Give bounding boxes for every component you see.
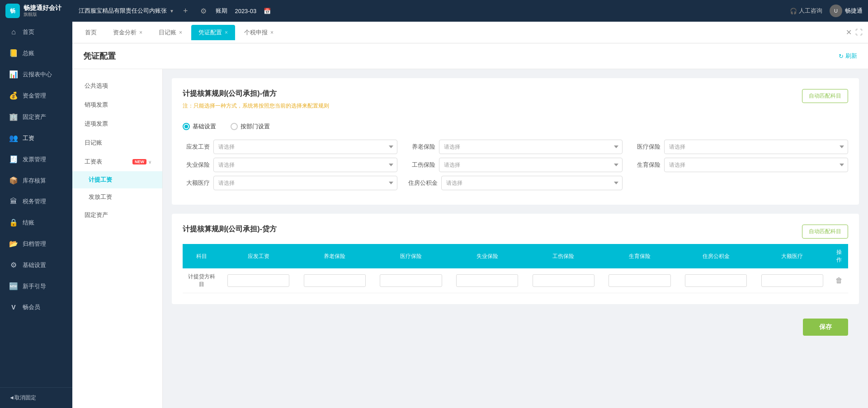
tab-fund-analysis-close[interactable]: × xyxy=(139,29,142,36)
nav-accrual-salary[interactable]: 计提工资 xyxy=(72,171,162,188)
delete-row-button[interactable]: 🗑 xyxy=(835,277,843,285)
tab-tax-report[interactable]: 个税申报 × xyxy=(237,25,281,40)
app-name: 畅捷通好会计 xyxy=(24,4,61,12)
sidebar-item-assets[interactable]: 🏢 固定资产 xyxy=(0,106,72,127)
input-credit-ylbx2[interactable] xyxy=(380,274,442,287)
debit-form-row1: 应发工资 请选择 养老保险 请选择 医疗保险 xyxy=(183,140,848,154)
radio-dept[interactable]: 按部门设置 xyxy=(231,122,270,131)
form-item-ylbx2: 医疗保险 请选择 xyxy=(633,140,848,154)
tab-journal-close[interactable]: × xyxy=(179,29,182,36)
th-sybx2: 生育保险 xyxy=(602,244,678,268)
company-name: 江西服宝精品有限责任公司内账张 xyxy=(79,7,167,15)
label-yfgz: 应发工资 xyxy=(183,143,210,151)
chevron-down-nav-icon: ∨ xyxy=(148,159,151,164)
cancel-fixed-label: ◄取消固定 xyxy=(9,394,36,402)
th-yfgz: 应发工资 xyxy=(220,244,297,268)
nav-journal[interactable]: 日记账 xyxy=(72,133,162,152)
input-credit-gsbx[interactable] xyxy=(533,274,594,287)
nav-pay-salary[interactable]: 发放工资 xyxy=(72,188,162,206)
ai-consult-button[interactable]: 🎧 人工咨询 xyxy=(790,7,822,15)
nav-sales-invoice[interactable]: 销项发票 xyxy=(72,95,162,114)
sidebar-label-assets: 固定资产 xyxy=(23,113,46,121)
app-edition: 旗舰版 xyxy=(24,11,61,18)
sidebar-label-tax: 税务管理 xyxy=(23,197,46,206)
select-deyl[interactable]: 请选择 xyxy=(213,176,397,190)
select-ylbx[interactable]: 请选择 xyxy=(439,140,623,154)
input-credit-yfgz[interactable] xyxy=(227,274,289,287)
reports-icon: 📊 xyxy=(9,70,18,79)
sidebar-label-guide: 新手引导 xyxy=(23,282,46,291)
sidebar-item-guide[interactable]: 🆕 新手引导 xyxy=(0,276,72,297)
debit-section-title: 计提核算规则(公司承担)-借方 xyxy=(183,89,802,98)
nav-salary-table[interactable]: 工资表 NEW ∨ xyxy=(72,152,162,171)
settings-icon[interactable]: ⚙ xyxy=(197,5,210,17)
nav-purchase-invoice[interactable]: 进项发票 xyxy=(72,114,162,133)
select-gsbx[interactable]: 请选择 xyxy=(439,158,623,172)
select-ylbx2[interactable]: 请选择 xyxy=(664,140,848,154)
tab-home[interactable]: 首页 xyxy=(78,25,104,40)
label-zfgjj: 住房公积金 xyxy=(408,179,438,187)
add-company-button[interactable]: + xyxy=(179,5,192,18)
close-all-icon[interactable]: ✕ xyxy=(846,28,852,37)
cell-ylbx xyxy=(297,268,373,293)
select-zfgjj[interactable]: 请选择 xyxy=(441,176,623,190)
form-item-sybx: 失业保险 请选择 xyxy=(183,158,397,172)
credit-auto-match-button[interactable]: 自动匹配科目 xyxy=(802,225,848,239)
sidebar-item-invoice[interactable]: 🧾 发票管理 xyxy=(0,149,72,170)
calendar-icon[interactable]: 📅 xyxy=(264,8,271,14)
sidebar-item-settings[interactable]: ⚙ 基础设置 xyxy=(0,254,72,276)
sidebar-item-ledger[interactable]: 📒 总账 xyxy=(0,42,72,64)
input-credit-sybx2[interactable] xyxy=(609,274,670,287)
form-item-yfgz: 应发工资 请选择 xyxy=(183,140,397,154)
th-gsbx: 工伤保险 xyxy=(525,244,602,268)
tab-voucher-config-close[interactable]: × xyxy=(225,29,228,36)
top-bar: 畅 畅捷通好会计 旗舰版 江西服宝精品有限责任公司内账张 ▼ + ⚙ 账期 20… xyxy=(0,0,868,22)
page-header: 凭证配置 ↻ 刷新 xyxy=(72,43,868,69)
select-sybx[interactable]: 请选择 xyxy=(213,158,397,172)
input-credit-deyl[interactable] xyxy=(761,274,823,287)
form-item-deyl: 大额医疗 请选择 xyxy=(183,176,397,190)
funds-icon: 💰 xyxy=(9,91,18,100)
refresh-button[interactable]: ↻ 刷新 xyxy=(839,52,857,60)
tab-voucher-config[interactable]: 凭证配置 × xyxy=(191,25,235,40)
debit-auto-match-button[interactable]: 自动匹配科目 xyxy=(802,89,848,103)
sidebar-item-member[interactable]: V 畅会员 xyxy=(0,297,72,318)
input-credit-sybx[interactable] xyxy=(456,274,518,287)
table-row: 计提贷方科目 🗑 xyxy=(183,268,848,293)
input-credit-zfgjj[interactable] xyxy=(685,274,747,287)
cancel-fixed-button[interactable]: ◄取消固定 xyxy=(0,387,72,408)
sidebar-item-archive[interactable]: 📂 归档管理 xyxy=(0,233,72,254)
sidebar-item-inventory[interactable]: 📦 库存核算 xyxy=(0,170,72,191)
debit-section-note: 注：只能选择一种方式，系统将按照您当前的选择来配置规则 xyxy=(183,102,802,110)
sidebar-label-salary: 工资 xyxy=(23,134,34,142)
select-sybx2[interactable]: 请选择 xyxy=(664,158,848,172)
sidebar-label-invoice: 发票管理 xyxy=(23,155,46,164)
sidebar-item-closing[interactable]: 🔒 结账 xyxy=(0,212,72,233)
form-item-sybx2: 生育保险 请选择 xyxy=(633,158,848,172)
tab-journal[interactable]: 日记账 × xyxy=(151,25,189,40)
save-button[interactable]: 保存 xyxy=(803,319,848,336)
main-panel: 计提核算规则(公司承担)-借方 注：只能选择一种方式，系统将按照您当前的选择来配… xyxy=(163,69,868,408)
nav-fixed-assets[interactable]: 固定资产 xyxy=(72,206,162,225)
logo-icon: 畅 xyxy=(5,4,20,18)
label-sybx2: 生育保险 xyxy=(633,161,660,169)
select-yfgz[interactable]: 请选择 xyxy=(213,140,397,154)
sidebar-item-home[interactable]: ⌂ 首页 xyxy=(0,22,72,42)
tab-tax-report-close[interactable]: × xyxy=(270,29,274,36)
nav-public[interactable]: 公共选项 xyxy=(72,76,162,95)
sidebar-item-tax[interactable]: 🏛 税务管理 xyxy=(0,191,72,212)
expand-icon[interactable]: ⛶ xyxy=(855,28,863,37)
cell-ylbx2 xyxy=(373,268,449,293)
sidebar-item-reports[interactable]: 📊 云报表中心 xyxy=(0,64,72,85)
th-action: 操作 xyxy=(830,244,848,268)
credit-section: 计提核算规则(公司承担)-贷方 自动匹配科目 科目 应发工资 养老保险 医疗保险… xyxy=(172,214,859,304)
tab-fund-analysis[interactable]: 资金分析 × xyxy=(106,25,150,40)
company-selector[interactable]: 江西服宝精品有限责任公司内账张 ▼ xyxy=(79,7,174,15)
guide-icon: 🆕 xyxy=(9,282,18,291)
input-credit-ylbx[interactable] xyxy=(304,274,366,287)
ledger-icon: 📒 xyxy=(9,49,18,57)
sidebar-item-funds[interactable]: 💰 资金管理 xyxy=(0,85,72,106)
radio-basic[interactable]: 基础设置 xyxy=(183,122,216,131)
sidebar-item-salary[interactable]: 👥 工资 xyxy=(0,127,72,149)
cell-sybx xyxy=(449,268,525,293)
